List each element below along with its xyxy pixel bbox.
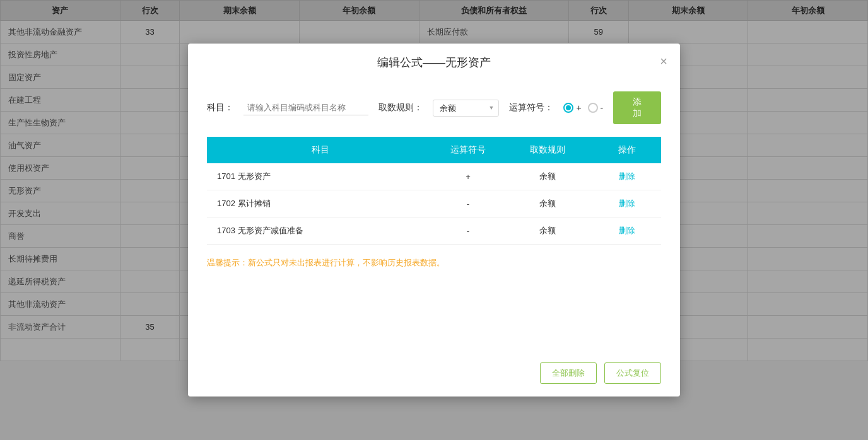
operator-minus-radio[interactable]: - xyxy=(588,103,604,113)
formula-subject: 1703 无形资产减值准备 xyxy=(207,217,434,245)
modal-body: 科目： 取数规则： 余额 借方发生额 贷方发生额 运算符号： + xyxy=(188,79,680,352)
edit-formula-modal: 编辑公式——无形资产 × 科目： 取数规则： 余额 借方发生额 贷方发生额 运算… xyxy=(188,43,680,397)
formula-action: 删除 xyxy=(593,163,661,190)
formula-rule: 余额 xyxy=(502,190,593,217)
modal-footer: 全部删除 公式复位 xyxy=(188,352,680,397)
form-row: 科目： 取数规则： 余额 借方发生额 贷方发生额 运算符号： + xyxy=(207,91,661,124)
operator-plus-radio[interactable]: + xyxy=(563,103,581,113)
formula-table-row: 1701 无形资产 + 余额 删除 xyxy=(207,163,661,190)
reset-formula-button[interactable]: 公式复位 xyxy=(604,362,661,384)
table-header-rule: 取数规则 xyxy=(502,137,593,163)
formula-operator: - xyxy=(434,190,502,217)
operator-label: 运算符号： xyxy=(509,102,553,113)
subject-label: 科目： xyxy=(207,102,233,113)
operator-radio-group: + - xyxy=(563,103,603,113)
modal-overlay: 编辑公式——无形资产 × 科目： 取数规则： 余额 借方发生额 贷方发生额 运算… xyxy=(0,0,868,440)
rule-select-wrapper[interactable]: 余额 借方发生额 贷方发生额 xyxy=(433,100,499,117)
modal-header: 编辑公式——无形资产 × xyxy=(188,43,680,79)
formula-operator: - xyxy=(434,217,502,245)
delete-row-button[interactable]: 删除 xyxy=(619,171,635,182)
add-button[interactable]: 添加 xyxy=(613,91,661,124)
rule-label: 取数规则： xyxy=(378,102,423,113)
table-header-subject: 科目 xyxy=(207,137,434,163)
formula-subject: 1702 累计摊销 xyxy=(207,190,434,217)
modal-close-button[interactable]: × xyxy=(660,55,667,67)
warning-text: 温馨提示：新公式只对未出报表进行计算，不影响历史报表数据。 xyxy=(207,257,661,269)
delete-row-button[interactable]: 删除 xyxy=(619,198,635,209)
modal-title: 编辑公式——无形资产 xyxy=(377,55,491,70)
table-header-action: 操作 xyxy=(593,137,661,163)
formula-operator: + xyxy=(434,163,502,190)
operator-minus-radio-circle xyxy=(588,103,598,113)
formula-table-row: 1703 无形资产减值准备 - 余额 删除 xyxy=(207,217,661,245)
formula-subject: 1701 无形资产 xyxy=(207,163,434,190)
rule-select[interactable]: 余额 借方发生额 贷方发生额 xyxy=(433,100,499,117)
formula-action: 删除 xyxy=(593,190,661,217)
formula-table: 科目 运算符号 取数规则 操作 1701 无形资产 + 余额 删除 1702 累… xyxy=(207,137,661,245)
subject-input[interactable] xyxy=(243,100,368,115)
table-header-operator: 运算符号 xyxy=(434,137,502,163)
formula-rule: 余额 xyxy=(502,163,593,190)
formula-action: 删除 xyxy=(593,217,661,245)
formula-table-row: 1702 累计摊销 - 余额 删除 xyxy=(207,190,661,217)
formula-rule: 余额 xyxy=(502,217,593,245)
operator-plus-radio-circle xyxy=(563,103,573,113)
delete-all-button[interactable]: 全部删除 xyxy=(540,362,597,384)
operator-minus-label: - xyxy=(601,103,604,113)
operator-plus-label: + xyxy=(576,103,581,113)
delete-row-button[interactable]: 删除 xyxy=(619,225,635,236)
